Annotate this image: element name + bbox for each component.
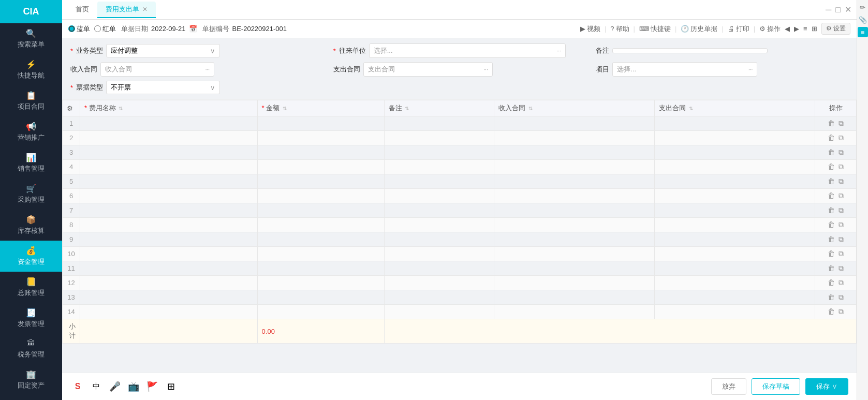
income-contract-cell[interactable] <box>494 160 655 174</box>
expense-contract-cell[interactable] <box>654 218 815 232</box>
expense-contract-cell[interactable] <box>654 131 815 145</box>
remark-input[interactable] <box>612 48 768 53</box>
biz-type-select[interactable]: 应付调整 ∨ <box>106 44 220 57</box>
save-button[interactable]: 保存 ∨ <box>805 378 848 395</box>
right-panel-attach-icon[interactable]: 📎 <box>858 14 868 25</box>
sidebar-item-marketing[interactable]: 📢 营销推广 <box>0 116 62 147</box>
income-contract-cell[interactable] <box>494 305 655 319</box>
history-btn[interactable]: 🕐 历史单据 <box>681 24 717 34</box>
radio-blue-label[interactable]: 蓝单 <box>68 24 90 34</box>
row-copy-icon[interactable]: ⧉ <box>838 148 844 156</box>
remark-cell[interactable] <box>384 290 494 305</box>
shortcuts-btn[interactable]: ⌨ 快捷键 <box>639 24 671 34</box>
sidebar-item-project-contract[interactable]: 📋 项目合同 <box>0 85 62 116</box>
remark-cell[interactable] <box>384 218 494 232</box>
income-contract-cell[interactable] <box>494 261 655 276</box>
set-button[interactable]: ⚙ 设置 <box>821 23 850 35</box>
tab-home[interactable]: 首页 <box>67 2 97 18</box>
row-delete-icon[interactable]: 🗑 <box>828 119 835 127</box>
expense-name-cell[interactable] <box>80 160 258 174</box>
expense-name-cell[interactable] <box>80 276 258 290</box>
remark-cell[interactable] <box>384 174 494 189</box>
video-btn[interactable]: ▶ 视频 <box>580 24 600 34</box>
remark-cell[interactable] <box>384 247 494 261</box>
income-contract-cell[interactable] <box>494 247 655 261</box>
expense-name-cell[interactable] <box>80 261 258 276</box>
income-contract-cell[interactable] <box>494 145 655 160</box>
row-delete-icon[interactable]: 🗑 <box>828 134 835 142</box>
amount-cell[interactable] <box>257 116 384 131</box>
window-maximize-btn[interactable]: □ <box>835 5 841 14</box>
income-contract-cell[interactable] <box>494 290 655 305</box>
th-gear[interactable]: ⚙ <box>63 100 80 116</box>
th-remark[interactable]: 备注 ⇅ <box>384 100 494 116</box>
amount-cell[interactable] <box>257 189 384 203</box>
remark-cell[interactable] <box>384 261 494 276</box>
row-copy-icon[interactable]: ⧉ <box>838 191 844 200</box>
sidebar-item-fixed-assets[interactable]: 🏢 固定资产 <box>0 364 62 395</box>
window-minimize-btn[interactable]: ─ <box>826 5 831 14</box>
sort-expense-name-icon[interactable]: ⇅ <box>119 106 123 111</box>
sort-amount-icon[interactable]: ⇅ <box>283 106 287 111</box>
income-contract-input[interactable]: 收入合同 ··· <box>100 62 214 77</box>
amount-cell[interactable] <box>257 203 384 218</box>
partner-input[interactable]: 选择... ··· <box>369 43 566 58</box>
date-value[interactable]: 2022-09-21 <box>151 25 186 33</box>
amount-cell[interactable] <box>257 261 384 276</box>
sidebar-item-tax[interactable]: 🏛 税务管理 <box>0 334 62 364</box>
amount-cell[interactable] <box>257 305 384 319</box>
right-panel-edit-icon[interactable]: ✏ <box>858 2 868 12</box>
amount-cell[interactable] <box>257 145 384 160</box>
flag-icon[interactable]: 🚩 <box>145 379 159 394</box>
th-expense-name[interactable]: * 费用名称 ⇅ <box>80 100 258 116</box>
grid2-icon[interactable]: ⊞ <box>164 379 178 394</box>
calendar-icon[interactable]: 📅 <box>189 25 197 33</box>
expense-contract-cell[interactable] <box>654 305 815 319</box>
income-contract-cell[interactable] <box>494 276 655 290</box>
row-copy-icon[interactable]: ⧉ <box>838 220 844 229</box>
expense-contract-input[interactable]: 支出合同 ··· <box>363 62 493 77</box>
sidebar-item-quick-nav[interactable]: ⚡ 快捷导航 <box>0 54 62 85</box>
row-copy-icon[interactable]: ⧉ <box>838 134 844 142</box>
expense-contract-cell[interactable] <box>654 247 815 261</box>
sidebar-item-search-menu[interactable]: 🔍 搜索菜单 <box>0 23 62 54</box>
save-draft-button[interactable]: 保存草稿 <box>752 378 800 395</box>
row-copy-icon[interactable]: ⧉ <box>838 293 844 301</box>
remark-cell[interactable] <box>384 189 494 203</box>
row-delete-icon[interactable]: 🗑 <box>828 307 835 316</box>
row-delete-icon[interactable]: 🗑 <box>828 249 835 258</box>
expense-name-cell[interactable] <box>80 131 258 145</box>
mic-icon[interactable]: 🎤 <box>108 379 122 394</box>
expense-contract-cell[interactable] <box>654 160 815 174</box>
amount-cell[interactable] <box>257 232 384 247</box>
expense-name-cell[interactable] <box>80 189 258 203</box>
nav-prev-btn[interactable]: ◀ <box>785 25 790 33</box>
row-copy-icon[interactable]: ⧉ <box>838 278 844 287</box>
row-copy-icon[interactable]: ⧉ <box>838 162 844 171</box>
discard-button[interactable]: 放弃 <box>711 378 746 395</box>
row-copy-icon[interactable]: ⧉ <box>838 177 844 185</box>
remark-cell[interactable] <box>384 305 494 319</box>
view-grid-btn[interactable]: ⊞ <box>812 25 817 33</box>
row-copy-icon[interactable]: ⧉ <box>838 264 844 272</box>
amount-cell[interactable] <box>257 131 384 145</box>
expense-contract-cell[interactable] <box>654 145 815 160</box>
remark-cell[interactable] <box>384 232 494 247</box>
income-contract-cell[interactable] <box>494 232 655 247</box>
expense-contract-cell[interactable] <box>654 290 815 305</box>
amount-cell[interactable] <box>257 218 384 232</box>
row-delete-icon[interactable]: 🗑 <box>828 264 835 272</box>
tab-expense[interactable]: 费用支出单 ✕ <box>97 2 156 18</box>
tab-close-icon[interactable]: ✕ <box>142 6 148 13</box>
income-contract-cell[interactable] <box>494 131 655 145</box>
sort-income-icon[interactable]: ⇅ <box>528 106 533 111</box>
nav-next-btn[interactable]: ▶ <box>794 25 799 33</box>
expense-contract-cell[interactable] <box>654 203 815 218</box>
th-expense-contract[interactable]: 支出合同 ⇅ <box>654 100 815 116</box>
sidebar-item-purchase[interactable]: 🛒 采购管理 <box>0 179 62 210</box>
sort-expense-icon[interactable]: ⇅ <box>689 106 693 111</box>
expense-name-cell[interactable] <box>80 116 258 131</box>
remark-cell[interactable] <box>384 145 494 160</box>
row-delete-icon[interactable]: 🗑 <box>828 191 835 200</box>
sidebar-item-sales[interactable]: 📊 销售管理 <box>0 147 62 179</box>
